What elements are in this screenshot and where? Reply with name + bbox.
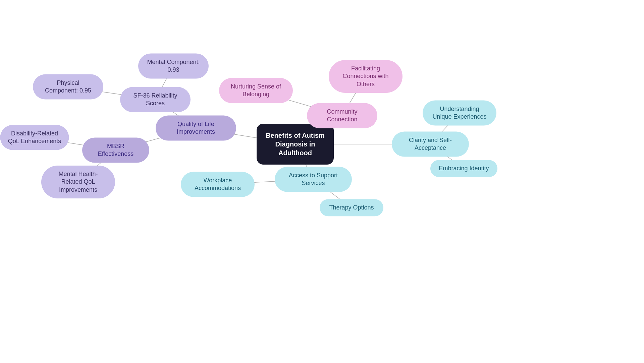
node-nurturing: Nurturing Sense of Belonging <box>219 78 293 103</box>
node-mental-component: Mental Component: 0.93 <box>138 54 209 79</box>
node-facilitating: Facilitating Connections with Others <box>329 60 402 93</box>
node-physical-component: Physical Component: 0.95 <box>33 74 103 100</box>
node-embracing: Embracing Identity <box>430 160 497 177</box>
node-clarity: Clarity and Self-Acceptance <box>392 132 469 157</box>
node-mental-health-qol: Mental Health-Related QoL Improvements <box>41 166 115 198</box>
node-mbsr: MBSR Effectiveness <box>82 138 149 163</box>
node-disability-qol: Disability-Related QoL Enhancements <box>0 125 69 150</box>
mindmap-canvas: Benefits of Autism Diagnosis in Adulthoo… <box>0 0 644 363</box>
node-sf36: SF-36 Reliability Scores <box>120 87 191 112</box>
node-workplace: Workplace Accommodations <box>181 172 255 197</box>
center-node: Benefits of Autism Diagnosis in Adulthoo… <box>257 124 334 165</box>
node-qol: Quality of Life Improvements <box>156 116 236 141</box>
node-community: Community Connection <box>307 103 377 128</box>
node-understanding: Understanding Unique Experiences <box>423 101 496 126</box>
node-therapy: Therapy Options <box>320 199 383 216</box>
node-access-support: Access to Support Services <box>275 167 352 192</box>
